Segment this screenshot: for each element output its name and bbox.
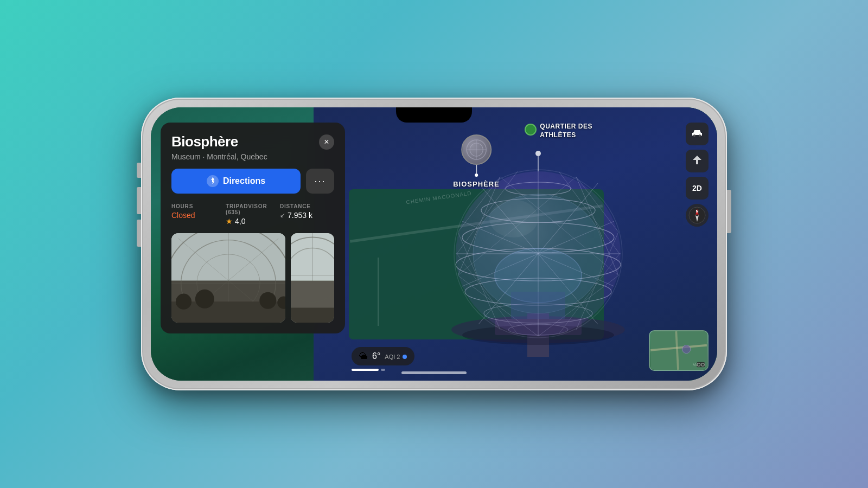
more-icon: ··· <box>314 176 326 187</box>
quartier-icon <box>525 124 537 136</box>
svg-text:N: N <box>695 209 698 213</box>
svg-rect-36 <box>511 292 565 319</box>
more-button[interactable]: ··· <box>306 169 334 194</box>
biosphere-photo-1 <box>171 233 285 323</box>
svg-point-58 <box>277 296 285 309</box>
weather-widget: 🌥 6° AQI 2 <box>352 347 414 365</box>
directions-button[interactable]: Directions <box>171 169 301 194</box>
volume-down-button <box>137 220 141 247</box>
svg-rect-44 <box>171 233 285 323</box>
tripadvisor-rating-row: ★ 4,0 <box>226 217 280 226</box>
tripadvisor-col: TRIPADVISOR (635) ★ 4,0 <box>226 203 280 226</box>
svg-line-52 <box>178 239 278 323</box>
svg-point-76 <box>682 345 691 354</box>
location-arrow-icon <box>692 155 703 168</box>
photo-2[interactable] <box>291 233 334 323</box>
pin-dot <box>475 174 478 177</box>
panel-info-row: HOURS Closed TRIPADVISOR (635) ★ 4,0 DIS… <box>171 203 334 226</box>
svg-point-39 <box>535 151 541 156</box>
map-controls: 2D N <box>686 123 709 227</box>
directions-icon <box>207 175 219 187</box>
directions-label: Directions <box>223 176 265 186</box>
aqi-label: AQI 2 <box>385 354 400 360</box>
hours-value: Closed <box>171 211 226 220</box>
tripadvisor-rating: 4,0 <box>235 217 245 226</box>
aqi-dot <box>403 355 407 359</box>
notch <box>396 107 472 123</box>
distance-col: DISTANCE ↙ 7.953 k <box>280 203 334 220</box>
svg-point-68 <box>699 134 701 137</box>
distance-label: DISTANCE <box>280 203 334 209</box>
tripadvisor-label: TRIPADVISOR (635) <box>226 203 280 215</box>
svg-point-49 <box>197 254 260 312</box>
svg-rect-45 <box>171 280 285 323</box>
svg-rect-54 <box>171 301 285 323</box>
distance-arrow-icon: ↙ <box>280 211 285 219</box>
car-icon <box>691 128 703 140</box>
biosphere-pin-label: BIOSPHÈRE <box>453 180 500 188</box>
scroll-dot-inactive <box>381 369 385 371</box>
subtitle-location: Montréal, Quebec <box>207 152 267 161</box>
biosphere-pin-icon <box>461 134 492 165</box>
mute-button <box>137 163 141 178</box>
star-icon: ★ <box>226 217 233 226</box>
photo-1[interactable] <box>171 233 285 323</box>
svg-point-55 <box>176 294 192 310</box>
biosphere-photo-2 <box>291 233 334 323</box>
2d-view-button[interactable]: 2D <box>686 177 709 200</box>
map-thumbnail[interactable]: MA <box>649 330 709 371</box>
panel-subtitle: Museum · Montréal, Quebec <box>171 152 334 161</box>
subtitle-type: Museum <box>171 152 201 161</box>
close-icon: × <box>324 138 329 146</box>
phone-screen: CHEMIN MACDONALD QUARTIER DES ATHLÈTES <box>151 107 717 381</box>
svg-point-48 <box>181 240 276 323</box>
svg-point-37 <box>489 200 538 237</box>
car-route-button[interactable] <box>686 123 709 145</box>
hours-label: HOURS <box>171 203 226 209</box>
2d-label: 2D <box>692 184 702 192</box>
close-button[interactable]: × <box>319 134 334 150</box>
panel-title: Biosphère <box>171 133 238 150</box>
scroll-indicator <box>401 371 467 374</box>
map-background[interactable]: CHEMIN MACDONALD QUARTIER DES ATHLÈTES <box>151 107 717 381</box>
road-path-2 <box>378 258 379 326</box>
phone-frame: CHEMIN MACDONALD QUARTIER DES ATHLÈTES <box>141 98 727 390</box>
svg-point-56 <box>195 290 214 309</box>
compass-button[interactable]: N <box>686 204 709 227</box>
quartier-text: QUARTIER DES ATHLÈTES <box>540 123 592 139</box>
weather-aqi: AQI 2 <box>385 351 407 361</box>
panel-header: Biosphère × <box>171 133 334 150</box>
svg-rect-46 <box>171 233 285 280</box>
biosphere-label: BIOSPHÈRE <box>453 134 500 188</box>
scroll-dot-active <box>352 369 379 371</box>
thumbnail-inner: MA <box>650 331 707 370</box>
panel-actions: Directions ··· <box>171 169 334 194</box>
weather-cloud-icon: 🌥 <box>359 351 368 361</box>
hours-col: HOURS Closed <box>171 203 226 220</box>
svg-rect-78 <box>697 362 705 367</box>
svg-point-47 <box>171 233 285 323</box>
info-panel: Biosphère × Museum · Montréal, Quebec <box>161 123 345 333</box>
power-button <box>727 190 731 233</box>
quartier-des-athletes: QUARTIER DES ATHLÈTES <box>525 123 592 139</box>
svg-point-57 <box>259 292 276 309</box>
distance-value: 7.953 k <box>288 211 312 220</box>
volume-up-button <box>137 187 141 214</box>
phone-outer: CHEMIN MACDONALD QUARTIER DES ATHLÈTES <box>141 98 727 390</box>
svg-line-53 <box>178 239 278 323</box>
weather-temperature: 6° <box>372 351 380 361</box>
photo-scroll-dots <box>352 369 385 371</box>
svg-rect-66 <box>291 308 334 323</box>
pin-stem <box>476 165 477 174</box>
location-button[interactable] <box>686 150 709 172</box>
panel-photos[interactable] <box>171 233 334 323</box>
distance-value-row: ↙ 7.953 k <box>280 211 334 220</box>
svg-point-67 <box>693 134 695 137</box>
